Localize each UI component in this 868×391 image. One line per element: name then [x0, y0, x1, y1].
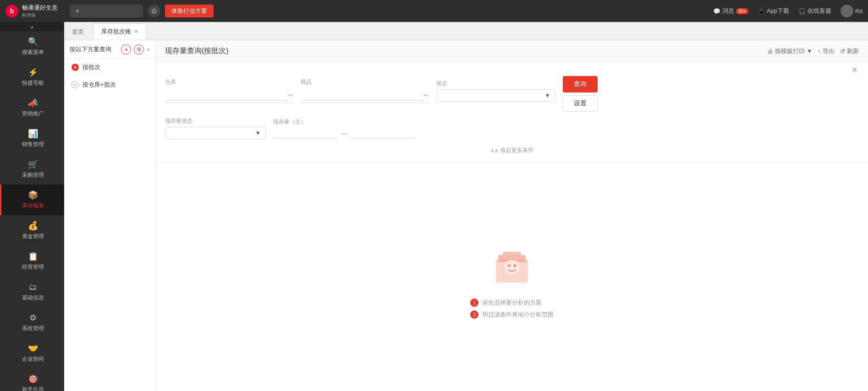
tab-home[interactable]: 首页	[64, 23, 92, 40]
panel-item-batch-label: 按批次	[82, 63, 100, 71]
empty-step-1: 1 请先选择要分析的方案	[470, 299, 554, 307]
sidebar-item-purchase[interactable]: 🛒 采购管理	[0, 154, 64, 185]
svg-point-4	[508, 264, 511, 267]
status-dropdown-icon: ▼	[544, 92, 550, 99]
online-service-btn[interactable]: 🎧 在线客服	[798, 7, 831, 15]
try-industry-btn[interactable]: 体验行业方案	[165, 5, 214, 17]
product-input-area[interactable]: ···	[301, 88, 429, 103]
sidebar-label-marketing: 营销推广	[22, 110, 44, 118]
sidebar-label-sales: 销售管理	[22, 141, 44, 148]
app-download-btn[interactable]: 📱 App下载	[758, 7, 789, 15]
sidebar-item-basic[interactable]: 🗂 基础信息	[0, 277, 64, 307]
panel-add-btn[interactable]: +	[121, 44, 131, 54]
messages-btn[interactable]: 💬 消息 99+	[713, 7, 748, 15]
print-dropdown-icon[interactable]: ▼	[807, 48, 813, 54]
headset-icon: 🎧	[798, 8, 806, 15]
filter-area: 仓库 ··· 商品 ···	[156, 62, 868, 162]
panel-item-batch[interactable]: ● 按批次	[64, 59, 155, 76]
finance-icon: 💰	[28, 221, 38, 231]
filter-row-2: 现存量状态 ▼ 现存量（主） —	[165, 117, 859, 139]
app-version: 标准版	[22, 12, 58, 18]
query-button[interactable]: 查询	[563, 76, 598, 92]
user-name: Rit	[855, 8, 863, 15]
collapse-more-btn[interactable]: ∧∧ 收起更多条件	[165, 145, 859, 158]
sidebar-item-newbie[interactable]: 🎯 新手引导	[0, 369, 64, 391]
sidebar-item-inventory[interactable]: 📦 库存核算	[0, 185, 64, 215]
product-dots-btn[interactable]: ···	[423, 92, 429, 99]
online-service-label: 在线客服	[808, 7, 831, 15]
purchase-icon: 🛒	[28, 159, 38, 169]
sidebar-item-operation[interactable]: 📋 经营管理	[0, 246, 64, 277]
product-label: 商品	[301, 78, 429, 86]
sidebar-label-search: 搜索菜单	[22, 49, 44, 56]
settings-button[interactable]: 设置	[563, 95, 598, 112]
sidebar: ▲ 🔍 搜索菜单 ⚡ 快捷导航 📣 营销推广 📊 销售管理 🛒 采购管理 📦 库…	[0, 22, 64, 391]
refresh-label: 刷新	[847, 47, 859, 55]
header-search-box[interactable]: ▼	[70, 5, 143, 17]
user-profile-btn[interactable]: Rit	[841, 5, 863, 17]
sidebar-label-system: 系统管理	[22, 325, 44, 332]
product-input[interactable]	[301, 90, 423, 101]
tab-close-icon[interactable]: ✕	[134, 28, 138, 35]
export-btn[interactable]: ↑ 导出	[818, 47, 835, 55]
status-select[interactable]: ▼	[436, 89, 555, 102]
print-btn[interactable]: 🖨 按模板打印 ▼	[767, 47, 813, 55]
messages-label: 消息	[722, 7, 734, 15]
warehouse-label: 仓库	[165, 78, 293, 86]
sales-icon: 📊	[28, 129, 38, 139]
sidebar-scroll-up[interactable]: ▲	[0, 22, 64, 31]
tab-batch-label: 库存批次账	[101, 27, 131, 36]
empty-step-2: 2 用过滤条件来缩小分析范围	[470, 310, 554, 319]
stock-status-select[interactable]: ▼	[165, 127, 266, 139]
inventory-icon: 📦	[28, 190, 38, 200]
app-logo-icon: b	[5, 5, 18, 17]
title-actions: 🖨 按模板打印 ▼ ↑ 导出 ↺ 刷新	[767, 47, 859, 55]
sidebar-item-shortcut[interactable]: ⚡ 快捷导航	[0, 62, 64, 92]
panel-collapse-btn[interactable]: «	[147, 46, 150, 53]
warehouse-batch-dot: ○	[71, 81, 79, 88]
warehouse-dots-btn[interactable]: ···	[288, 92, 293, 99]
panel-actions: + ⚙ «	[121, 44, 150, 54]
tab-batch[interactable]: 库存批次账 ✕	[93, 23, 146, 40]
tab-home-label: 首页	[72, 28, 84, 36]
refresh-icon: ↺	[840, 48, 845, 54]
step-1-num: 1	[470, 299, 478, 307]
svg-point-3	[504, 260, 520, 275]
search-icon: 🔍	[28, 37, 38, 47]
step-2-num: 2	[470, 310, 478, 319]
sidebar-item-marketing[interactable]: 📣 营销推广	[0, 92, 64, 123]
warehouse-input-area[interactable]: ···	[165, 88, 293, 103]
filter-stock-status-field: 现存量状态 ▼	[165, 117, 266, 139]
header-middle: ▼ ⚙ 体验行业方案	[70, 5, 713, 17]
panel-settings-btn[interactable]: ⚙	[134, 44, 144, 54]
page-title: 现存量查询(按批次)	[165, 46, 229, 56]
sidebar-item-finance[interactable]: 💰 资金管理	[0, 215, 64, 246]
avatar	[841, 5, 853, 17]
empty-steps: 1 请先选择要分析的方案 2 用过滤条件来缩小分析范围	[470, 299, 554, 319]
filter-stock-qty-field: 现存量（主） —	[273, 118, 415, 139]
print-label: 按模板打印	[775, 47, 805, 55]
sidebar-item-sales[interactable]: 📊 销售管理	[0, 123, 64, 154]
logo-text-area: 畅康通好生意 标准版	[22, 4, 58, 18]
main-layout: ▲ 🔍 搜索菜单 ⚡ 快捷导航 📣 营销推广 📊 销售管理 🛒 采购管理 📦 库…	[0, 22, 868, 391]
filter-status-field: 状态 ▼	[436, 80, 555, 102]
stock-qty-dash: —	[341, 130, 347, 137]
search-dropdown-icon[interactable]: ▼	[75, 9, 80, 14]
stock-qty-max-input[interactable]	[351, 128, 415, 139]
stock-status-dropdown-icon: ▼	[255, 130, 261, 136]
panel-item-warehouse-batch[interactable]: ○ 按仓库+批次	[64, 76, 155, 93]
warehouse-input[interactable]	[165, 90, 288, 101]
refresh-btn[interactable]: ↺ 刷新	[840, 47, 859, 55]
sidebar-item-enterprise[interactable]: 🤝 企业协同	[0, 338, 64, 369]
left-panel-title: 按以下方案查询	[70, 45, 111, 54]
stock-qty-min-input[interactable]	[273, 128, 337, 139]
sidebar-item-system[interactable]: ⚙ 系统管理	[0, 307, 64, 338]
close-panel-btn[interactable]: ✕	[848, 63, 861, 76]
step-2-text: 用过滤条件来缩小分析范围	[482, 310, 554, 319]
left-panel: 按以下方案查询 + ⚙ « ● 按批次 ○ 按仓库+批次	[64, 40, 156, 391]
sidebar-label-enterprise: 企业协同	[22, 355, 44, 363]
header-settings-btn[interactable]: ⚙	[148, 5, 160, 17]
empty-state: 1 请先选择要分析的方案 2 用过滤条件来缩小分析范围	[156, 162, 868, 391]
sidebar-item-search[interactable]: 🔍 搜索菜单	[0, 31, 64, 62]
shortcut-icon: ⚡	[28, 67, 38, 77]
